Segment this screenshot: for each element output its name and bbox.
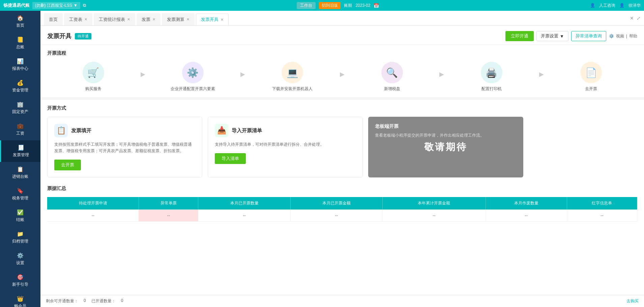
- tab-invoice[interactable]: 发票✕: [137, 13, 160, 25]
- sidebar-item-settings[interactable]: ⚙️设置: [0, 248, 40, 270]
- remaining-value: 0: [84, 298, 86, 304]
- open-now-button[interactable]: 立即开通: [505, 31, 534, 41]
- method-card-old: 老板端开票 查看老板端小程序提交的开票申请，并作出相应处理工作流。 敬请期待: [368, 117, 523, 177]
- app-logo: 畅捷通易代账: [3, 2, 30, 8]
- sidebar-item-home[interactable]: 🏠首页: [0, 11, 40, 32]
- tab-invoice_calc[interactable]: 发票测算✕: [162, 13, 195, 25]
- tab-close-payroll_report[interactable]: ✕: [127, 17, 130, 22]
- header-actions: 立即开通 开票设置 ▼ 异常清单查询 ⚙️ 视频 | 帮助: [505, 31, 637, 41]
- tab-close-invoice[interactable]: ✕: [152, 17, 155, 22]
- tab-label-home: 首页: [49, 17, 58, 23]
- sidebar-icon-reports: 📊: [17, 58, 24, 64]
- method-cards: 📋 发票填开 支持按照发票样式手工填写开发票；可开具增值税电子普通发票、增值税普…: [47, 117, 637, 177]
- sidebar-label-member: 畅会员: [14, 303, 26, 307]
- step-printer[interactable]: 🖨️ 配置打印机: [445, 62, 537, 92]
- method-card-fill: 📋 发票填开 支持按照发票样式手工填写开发票；可开具增值税电子普通发票、增值税普…: [47, 117, 202, 177]
- sidebar-item-tax[interactable]: 🔖税务管理: [0, 184, 40, 205]
- summary-section-title: 票据汇总: [47, 186, 637, 192]
- top-bar-right: 👤 人工咨询 👤 徐泽华: [590, 3, 641, 8]
- help-settings-icon: ⚙️: [609, 34, 614, 38]
- fill-card-button[interactable]: 去开票: [54, 160, 81, 170]
- summary-col-本年累计开票金额: 本年累计开票金额: [382, 197, 486, 210]
- summary-table: 待处理开票申请异常单票本月已开票数量本月已开票金额本年累计开票金额本月作废数量红…: [47, 197, 637, 222]
- tab-label-payroll: 工资表: [69, 17, 82, 23]
- workspace-button[interactable]: 工作台: [297, 2, 316, 9]
- summary-cell-6: --: [567, 210, 637, 222]
- sidebar-icon-home: 🏠: [17, 15, 24, 21]
- bottom-bar-left: 剩余可开通数量： 0 已开通数量： 0: [46, 298, 123, 304]
- sidebar-item-settle[interactable]: ✅结账: [0, 205, 40, 227]
- tab-payroll_report[interactable]: 工资统计报表✕: [94, 13, 135, 25]
- calendar-icon[interactable]: 📅: [374, 3, 379, 8]
- sidebar-icon-settle: ✅: [17, 209, 24, 216]
- tab-close-invoice_tool[interactable]: ✕: [221, 18, 224, 22]
- abnormal-query-button[interactable]: 异常清单查询: [571, 31, 606, 41]
- import-card-icon: 📥: [215, 124, 228, 137]
- fill-card-icon: 📋: [54, 124, 68, 137]
- step-configure[interactable]: ⚙️ 企业开通配置开票六要素: [147, 62, 239, 92]
- top-bar-left: 畅捷通易代账 (勿删) 江西服宝-LSS ▼ ⧉: [3, 2, 86, 9]
- sidebar-item-salary[interactable]: 💼工资: [0, 119, 40, 140]
- avatar: 👤: [619, 3, 624, 8]
- sidebar-item-purchase[interactable]: 📋进销台账: [0, 162, 40, 184]
- summary-col-异常单票: 异常单票: [139, 197, 198, 210]
- summary-col-待处理开票申请: 待处理开票申请: [47, 197, 139, 210]
- sidebar: 🏠首页📒总账📊报表中心💰资金管理🏢固定资产💼工资🧾发票管理📋进销台账🔖税务管理✅…: [0, 11, 40, 307]
- import-card-title: 导入开票清单: [232, 128, 262, 134]
- sidebar-item-reports[interactable]: 📊报表中心: [0, 54, 40, 76]
- sidebar-item-archive[interactable]: 📁归档管理: [0, 227, 40, 248]
- step-ticket[interactable]: 📄 去开票: [545, 62, 637, 92]
- help-label[interactable]: 帮助: [629, 33, 637, 39]
- process-section: 开票流程 🛒 购买服务 ▶ ⚙️ 企业开通配置开票六要素 ▶ 💻 下载并安装开票…: [40, 45, 644, 97]
- step-label-configure: 企业开通配置开票六要素: [171, 86, 215, 92]
- sidebar-item-assets[interactable]: 🏢固定资产: [0, 97, 40, 119]
- opened-value: 0: [121, 298, 123, 304]
- sidebar-label-reports: 报表中心: [12, 66, 28, 72]
- user-name[interactable]: 徐泽华: [628, 3, 641, 8]
- content-area: 首页工资表✕工资统计报表✕发票✕发票测算✕发票开具✕ ✕ ⤢ 发票开具 待开通 …: [40, 11, 644, 307]
- summary-col-本月已开票数量: 本月已开票数量: [198, 197, 290, 210]
- tab-home[interactable]: 首页: [44, 13, 63, 25]
- buy-link[interactable]: 去购买: [626, 298, 639, 304]
- step-label-taxdisk: 新增税盘: [384, 86, 400, 92]
- restore-icon[interactable]: ⤢: [637, 16, 641, 21]
- step-arrow-2: ▶: [239, 71, 246, 78]
- tab-payroll[interactable]: 工资表✕: [64, 13, 92, 25]
- tab-close-invoice_calc[interactable]: ✕: [186, 17, 189, 22]
- sidebar-label-invoice: 发票管理: [13, 152, 29, 158]
- step-download[interactable]: 💻 下载并安装开票机器人: [246, 62, 339, 92]
- opened-label: 已开通数量：: [91, 298, 116, 304]
- sidebar-item-funds[interactable]: 💰资金管理: [0, 76, 40, 97]
- step-taxdisk[interactable]: 🔍 新增税盘: [346, 62, 438, 92]
- company-selector[interactable]: (勿删) 江西服宝-LSS ▼: [32, 2, 80, 9]
- tab-label-payroll_report: 工资统计报表: [99, 17, 125, 23]
- import-card-button[interactable]: 导入清单: [215, 153, 246, 164]
- tab-invoice_tool[interactable]: 发票开具✕: [196, 13, 229, 26]
- method-section-title: 开票方式: [47, 105, 637, 111]
- open-settings-button[interactable]: 开票设置 ▼: [536, 31, 568, 41]
- top-bar: 畅捷通易代账 (勿删) 江西服宝-LSS ▼ ⧉ 工作台 切到旧版 账期 202…: [0, 0, 644, 11]
- tab-close-payroll[interactable]: ✕: [84, 17, 87, 22]
- page-title: 发票开具: [47, 32, 71, 40]
- step-arrow-1: ▶: [139, 71, 147, 78]
- sidebar-item-invoice[interactable]: 🧾发票管理: [0, 140, 40, 162]
- step-icon-printer: 🖨️: [481, 62, 502, 83]
- import-card-desc: 支持导入待开票清单，可对待开票清单进行拆分、合并处理。: [215, 141, 356, 148]
- old-version-button[interactable]: 切到旧版: [319, 2, 341, 9]
- view-label[interactable]: 视频: [616, 33, 624, 39]
- close-all-icon[interactable]: ✕: [630, 16, 634, 21]
- step-buy[interactable]: 🛒 购买服务: [47, 62, 139, 92]
- sidebar-label-settle: 结账: [16, 217, 24, 223]
- copy-icon[interactable]: ⧉: [83, 3, 86, 8]
- status-badge: 待开通: [75, 33, 91, 39]
- sidebar-label-salary: 工资: [16, 131, 24, 136]
- summary-cell-0: --: [47, 210, 139, 222]
- sidebar-item-guide[interactable]: 🎯新手引导: [0, 270, 40, 291]
- company-dropdown-icon: ▼: [74, 3, 78, 8]
- sidebar-item-member[interactable]: 👑畅会员: [0, 291, 40, 307]
- sidebar-label-tax: 税务管理: [12, 195, 28, 201]
- step-icon-taxdisk: 🔍: [381, 62, 403, 83]
- sidebar-icon-settings: ⚙️: [17, 252, 24, 259]
- sidebar-item-ledger[interactable]: 📒总账: [0, 32, 40, 54]
- user-service-label[interactable]: 人工咨询: [599, 3, 615, 8]
